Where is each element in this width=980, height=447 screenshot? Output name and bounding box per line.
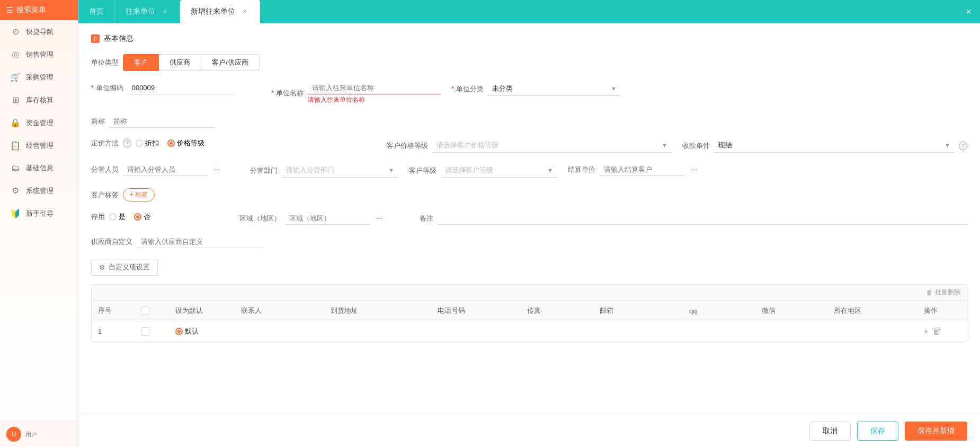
save-button[interactable]: 保存 (857, 422, 898, 441)
region-group: 区域（地区） ··· (239, 212, 409, 225)
customer-level-label: 客户等级 (409, 166, 436, 176)
header-checkbox[interactable] (141, 306, 149, 315)
manager-input[interactable] (123, 163, 208, 176)
contact-input[interactable] (241, 328, 283, 336)
tags-label: 客户标签 (91, 190, 119, 200)
tab-partners[interactable]: 往来单位 × (115, 0, 180, 23)
save-new-button[interactable]: 保存并新增 (905, 422, 967, 441)
section-title: 基本信息 (104, 34, 133, 43)
yes-label: 是 (119, 212, 126, 222)
sidebar-item-label: 库存核算 (26, 95, 54, 105)
col-region: 所在地区 (827, 301, 917, 321)
short-name-input[interactable] (109, 115, 215, 128)
default-label: 默认 (185, 327, 199, 336)
phone-input[interactable] (438, 328, 480, 336)
inventory-icon: ⊞ (10, 95, 21, 105)
contacts-data-table: 序号 设为默认 联系人 到货地址 电话号码 传真 邮箱 qq 微信 所在地区 操… (92, 301, 967, 342)
unit-category-label: 单位分类 (451, 84, 484, 94)
fax-input[interactable] (527, 328, 559, 336)
system-icon: ⚙ (10, 186, 21, 196)
default-radio[interactable]: 默认 (175, 327, 228, 336)
pricing-level-radio[interactable]: 价格等级 (167, 138, 204, 148)
no-label: 否 (144, 212, 150, 222)
table-row: 1 默认 (92, 321, 967, 342)
sidebar-item-label: 系统管理 (26, 186, 54, 196)
settlement-input[interactable] (600, 163, 684, 176)
region-dots-button[interactable]: ··· (374, 214, 385, 223)
delete-icon: 🗑 (926, 289, 933, 296)
sidebar-item-system[interactable]: ⚙ 系统管理 (0, 179, 78, 202)
add-row-button[interactable]: + (924, 327, 929, 336)
sidebar-item-finance[interactable]: 🔒 资金管理 (0, 111, 78, 134)
no-radio-circle (134, 213, 141, 221)
delete-row-button[interactable]: 🗑 (933, 327, 941, 336)
tab-partners-close[interactable]: × (161, 7, 169, 16)
cell-seq: 1 (92, 321, 135, 342)
wechat-input[interactable] (762, 328, 794, 336)
sidebar: ☰ 搜索菜单 ⊙ 快捷导航 ◎ 销售管理 🛒 采购管理 ⊞ 库存核算 🔒 资金管… (0, 0, 78, 447)
disable-yes-radio[interactable]: 是 (109, 212, 126, 222)
sidebar-item-basic-info[interactable]: 🗂 基础信息 (0, 157, 78, 179)
customer-level-select[interactable]: 请选择客户等级 ▼ (441, 163, 557, 178)
tab-home[interactable]: 首页 (78, 0, 115, 23)
cell-phone (431, 321, 521, 342)
search-menu-button[interactable]: ☰ 搜索菜单 (0, 0, 78, 20)
sidebar-item-quick-nav[interactable]: ⊙ 快捷导航 (0, 20, 78, 43)
type-btn-customer[interactable]: 客户 (123, 54, 159, 71)
short-name-row: 简称 (91, 115, 967, 128)
customer-price-level-select[interactable]: 请选择客户价格等级 ▼ (432, 138, 672, 153)
cancel-button[interactable]: 取消 (809, 422, 851, 441)
row-region-input[interactable] (834, 328, 876, 336)
table-header-row: 序号 设为默认 联系人 到货地址 电话号码 传真 邮箱 qq 微信 所在地区 操… (92, 301, 967, 321)
unit-name-input[interactable] (308, 82, 441, 94)
customer-level-placeholder: 请选择客户等级 (445, 165, 493, 175)
manager-label: 分管人员 (91, 165, 119, 174)
qq-input[interactable] (689, 328, 721, 336)
sidebar-item-inventory[interactable]: ⊞ 库存核算 (0, 89, 78, 111)
row-checkbox[interactable] (141, 327, 149, 336)
sidebar-item-guide[interactable]: 🔰 新手引导 (0, 202, 78, 225)
batch-delete-button[interactable]: 🗑 批量删除 (926, 288, 960, 297)
supplier-custom-row: 供应商自定义 (91, 235, 967, 248)
type-btn-both[interactable]: 客户/供应商 (201, 54, 260, 71)
region-input[interactable] (285, 212, 370, 225)
sidebar-item-label: 资金管理 (26, 118, 54, 128)
col-fax: 传真 (521, 301, 593, 321)
unit-category-select[interactable]: 未分类 ▼ (488, 82, 621, 96)
payment-help-icon[interactable]: ? (959, 142, 967, 150)
sidebar-item-label: 销售管理 (26, 50, 54, 59)
pricing-discount-radio[interactable]: 折扣 (136, 138, 159, 148)
tab-new-partner-close[interactable]: × (240, 7, 249, 16)
manager-dots-button[interactable]: ··· (212, 165, 223, 174)
manager-row: 分管人员 ··· 分管部门 请输入分管部门 ▼ 客户等级 请选择客户等级 ▼ 结… (91, 163, 967, 178)
window-close-button[interactable]: × (957, 6, 980, 17)
disable-no-radio[interactable]: 否 (134, 212, 150, 222)
department-select[interactable]: 请输入分管部门 ▼ (282, 163, 398, 178)
custom-settings-button[interactable]: ⚙ 自定义项设置 (91, 259, 158, 276)
address-input[interactable] (331, 328, 384, 336)
sidebar-item-operations[interactable]: 📋 经营管理 (0, 134, 78, 157)
payment-terms-select[interactable]: 现结 ▼ (714, 138, 955, 153)
unit-name-error: 请输入往来单位名称 (308, 95, 441, 104)
col-contact: 联系人 (235, 301, 324, 321)
tab-bar: 首页 往来单位 × 新增往来单位 × × (78, 0, 980, 23)
note-input[interactable] (438, 212, 967, 225)
col-default: 设为默认 (169, 301, 235, 321)
unit-code-input[interactable] (128, 82, 234, 94)
email-input[interactable] (600, 328, 642, 336)
customer-price-level-group: 客户价格等级 请选择客户价格等级 ▼ (387, 138, 672, 153)
supplier-custom-group: 供应商自定义 (91, 235, 303, 248)
tags-row: 客户标签 + 标签 (91, 188, 967, 201)
tab-new-partner[interactable]: 新增往来单位 × (180, 0, 260, 23)
pricing-help-icon[interactable]: ? (123, 139, 131, 147)
sales-icon: ◎ (10, 49, 21, 59)
type-btn-supplier[interactable]: 供应商 (159, 54, 201, 71)
add-tag-button[interactable]: + 标签 (123, 188, 155, 201)
supplier-custom-input[interactable] (137, 235, 264, 248)
settlement-dots-button[interactable]: ··· (689, 165, 700, 174)
sidebar-item-purchase[interactable]: 🛒 采购管理 (0, 66, 78, 89)
department-group: 分管部门 请输入分管部门 ▼ (250, 163, 398, 178)
basic-info-icon: 🗂 (10, 163, 21, 173)
unit-type-label: 单位类型 (91, 58, 119, 67)
sidebar-item-sales[interactable]: ◎ 销售管理 (0, 43, 78, 66)
